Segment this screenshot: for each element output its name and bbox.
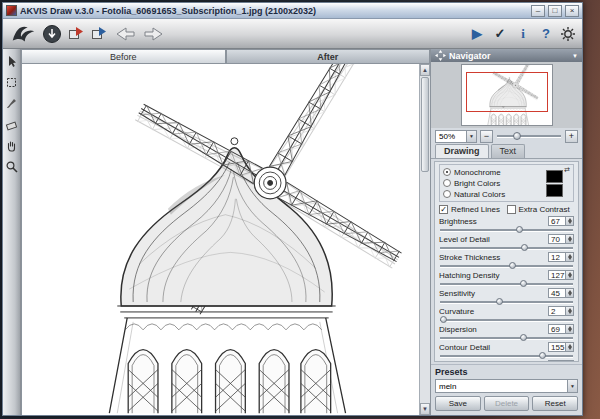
color-mode-monochrome[interactable]: Monochrome <box>443 167 546 177</box>
param-value[interactable]: 69 <box>548 324 574 334</box>
navigator-menu-icon[interactable]: ▼ <box>572 53 578 59</box>
zoom-select[interactable]: 50% ▼ <box>435 130 477 143</box>
slider-track <box>440 265 573 267</box>
color-swatches: ⇄ <box>546 167 570 199</box>
nav-zoom-thumb[interactable] <box>513 132 521 140</box>
share-button[interactable] <box>67 22 85 46</box>
spinner-icon[interactable] <box>565 235 573 243</box>
slider-thumb[interactable] <box>496 298 503 305</box>
title-bar[interactable]: AKVIS Draw v.3.0 - Fotolia_60691653_Subs… <box>3 3 582 19</box>
radio-icon[interactable] <box>443 190 451 198</box>
param-slider[interactable] <box>439 262 574 269</box>
param-value[interactable]: 70 <box>548 234 574 244</box>
param-value[interactable]: 127 <box>548 270 574 280</box>
spinner-icon[interactable] <box>565 307 573 315</box>
zoom-out-button[interactable]: − <box>480 130 493 143</box>
preferences-gear-icon[interactable] <box>560 22 576 46</box>
slider-thumb[interactable] <box>539 352 546 359</box>
scroll-track[interactable] <box>420 173 430 403</box>
redo-arrow-icon[interactable] <box>142 22 166 46</box>
crop-tool[interactable] <box>4 75 19 90</box>
spinner-icon[interactable] <box>565 343 573 351</box>
minimize-button[interactable]: – <box>531 5 545 17</box>
open-image-button[interactable] <box>42 22 62 46</box>
checkbox-icon[interactable]: ✓ <box>439 205 448 214</box>
spinner-icon[interactable] <box>565 325 573 333</box>
param-value-text: 45 <box>551 289 560 298</box>
slider-thumb[interactable] <box>520 334 527 341</box>
param-value[interactable]: 2 <box>548 306 574 316</box>
navigator-preview[interactable] <box>431 62 582 128</box>
hand-tool[interactable] <box>4 138 19 153</box>
main-toolbar: ▶ ✓ i ? <box>3 19 582 49</box>
drawing-parameters: MonochromeBright ColorsNatural Colors ⇄ … <box>434 161 579 362</box>
zoom-in-button[interactable]: + <box>565 130 578 143</box>
param-value[interactable]: 155 <box>548 342 574 352</box>
color-mode-bright-colors[interactable]: Bright Colors <box>443 178 546 188</box>
tab-text[interactable]: Text <box>491 144 526 158</box>
save-button[interactable]: Save <box>435 396 481 411</box>
color-mode-natural-colors[interactable]: Natural Colors <box>443 189 546 199</box>
tab-before[interactable]: Before <box>21 49 226 64</box>
color-swatch-1[interactable] <box>546 170 563 183</box>
param-slider[interactable] <box>439 226 574 233</box>
scroll-up-icon[interactable]: ▲ <box>420 64 430 76</box>
maximize-button[interactable]: □ <box>548 5 562 17</box>
radio-icon[interactable] <box>443 168 451 176</box>
preset-dropdown-icon[interactable]: ▼ <box>567 380 577 392</box>
scroll-thumb[interactable] <box>421 77 429 172</box>
run-button[interactable]: ▶ <box>468 22 486 46</box>
navigator-thumbnail[interactable] <box>461 64 553 126</box>
param-slider[interactable] <box>439 244 574 251</box>
zoom-tool[interactable] <box>4 159 19 174</box>
eraser-tool[interactable] <box>4 117 19 132</box>
radio-icon[interactable] <box>443 179 451 187</box>
param-value[interactable]: 63 <box>548 360 574 362</box>
help-button[interactable]: ? <box>537 22 555 46</box>
navigator-view-frame[interactable] <box>466 72 548 112</box>
param-slider[interactable] <box>439 352 574 359</box>
param-slider[interactable] <box>439 316 574 323</box>
spinner-icon[interactable] <box>565 217 573 225</box>
color-swatch-2[interactable] <box>546 184 563 197</box>
undo-arrow-icon[interactable] <box>113 22 137 46</box>
scroll-down-icon[interactable]: ▼ <box>420 403 430 415</box>
param-value[interactable]: 12 <box>548 252 574 262</box>
param-slider[interactable] <box>439 280 574 287</box>
spinner-icon[interactable] <box>565 253 573 261</box>
image-canvas[interactable] <box>22 64 419 415</box>
zoom-dropdown-icon[interactable]: ▼ <box>466 131 476 142</box>
delete-button[interactable]: Delete <box>484 396 530 411</box>
info-button[interactable]: i <box>514 22 532 46</box>
param-slider[interactable] <box>439 334 574 341</box>
spinner-icon[interactable] <box>565 361 573 362</box>
tab-drawing[interactable]: Drawing <box>435 144 489 158</box>
param-value[interactable]: 45 <box>548 288 574 298</box>
tab-after[interactable]: After <box>226 49 431 64</box>
spinner-icon[interactable] <box>565 289 573 297</box>
slider-thumb[interactable] <box>516 226 523 233</box>
zoom-slider[interactable] <box>496 130 562 143</box>
slider-thumb[interactable] <box>520 280 527 287</box>
param-slider[interactable] <box>439 298 574 305</box>
slider-thumb[interactable] <box>440 316 447 323</box>
presets-title: Presets <box>435 366 578 378</box>
swap-colors-icon[interactable]: ⇄ <box>564 166 570 174</box>
param-label: Curvature <box>439 307 548 316</box>
checkbox-icon[interactable] <box>507 205 516 214</box>
checkbox-extra-contrast[interactable]: Extra Contrast <box>507 205 575 214</box>
slider-thumb[interactable] <box>521 244 528 251</box>
spinner-icon[interactable] <box>565 271 573 279</box>
vertical-scrollbar[interactable]: ▲ ▼ <box>419 64 430 415</box>
slider-thumb[interactable] <box>509 262 516 269</box>
reset-button[interactable]: Reset <box>532 396 578 411</box>
close-button[interactable]: × <box>565 5 579 17</box>
preset-select[interactable]: meln ▼ <box>435 379 578 393</box>
param-value[interactable]: 67 <box>548 216 574 226</box>
main-area: Before After <box>3 49 582 415</box>
apply-button[interactable]: ✓ <box>491 22 509 46</box>
brush-tool[interactable] <box>4 96 19 111</box>
pointer-tool[interactable] <box>4 54 19 69</box>
checkbox-refined-lines[interactable]: ✓Refined Lines <box>439 205 507 214</box>
publish-button[interactable] <box>90 22 108 46</box>
